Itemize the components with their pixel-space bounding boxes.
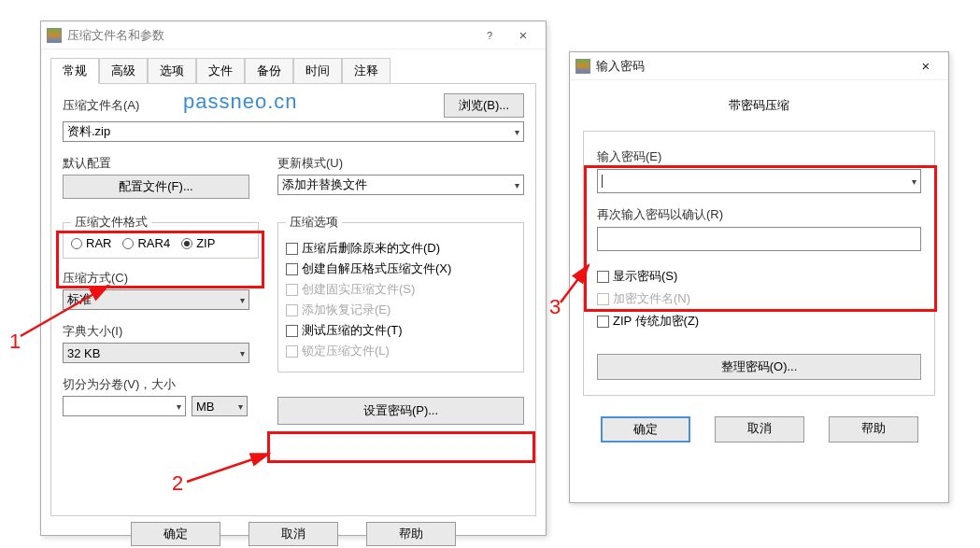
- opt-solid-checkbox: 创建固实压缩文件(S): [286, 281, 516, 298]
- opt-delete-checkbox[interactable]: 压缩后删除原来的文件(D): [286, 240, 516, 257]
- dict-label: 字典大小(I): [63, 323, 259, 340]
- profile-label: 默认配置: [63, 155, 259, 172]
- browse-button[interactable]: 浏览(B)...: [444, 93, 524, 118]
- chevron-down-icon: ▾: [240, 348, 245, 358]
- enter-password-input[interactable]: ▾: [597, 169, 921, 193]
- dict-select[interactable]: 32 KB ▾: [63, 343, 249, 363]
- close-button[interactable]: ×: [506, 24, 540, 47]
- update-mode-value: 添加并替换文件: [282, 176, 367, 193]
- opt-recovery-checkbox: 添加恢复记录(E): [286, 302, 516, 318]
- dialog-title: 压缩文件名和参数: [67, 27, 473, 44]
- method-select[interactable]: 标准 ▾: [63, 289, 249, 310]
- tab-files[interactable]: 文件: [196, 58, 245, 84]
- app-icon: [575, 59, 590, 74]
- titlebar: 输入密码 ×: [570, 52, 948, 80]
- enter-password-label: 输入密码(E): [597, 148, 921, 165]
- help-button[interactable]: 帮助: [829, 416, 918, 443]
- split-unit-select[interactable]: MB ▾: [192, 396, 248, 416]
- reenter-password-input[interactable]: [597, 227, 921, 251]
- update-mode-label: 更新模式(U): [277, 155, 524, 172]
- tab-time[interactable]: 时间: [293, 58, 342, 84]
- close-button[interactable]: ×: [909, 55, 943, 77]
- chevron-down-icon: ▾: [515, 180, 519, 190]
- opt-sfx-checkbox[interactable]: 创建自解压格式压缩文件(X): [286, 260, 516, 277]
- password-dialog: 输入密码 × 带密码压缩 输入密码(E) ▾ 再次输入密码以确认(R) 显示密码…: [569, 51, 949, 503]
- format-group: 压缩文件格式 RAR RAR4 ZIP: [63, 214, 259, 259]
- encrypt-names-checkbox: 加密文件名(N): [597, 290, 921, 307]
- chevron-down-icon: ▾: [912, 176, 916, 187]
- set-password-button[interactable]: 设置密码(P)...: [277, 397, 524, 425]
- opt-lock-checkbox: 锁定压缩文件(L): [286, 343, 516, 359]
- tab-options[interactable]: 选项: [148, 58, 196, 84]
- split-unit-value: MB: [196, 400, 215, 414]
- archive-name-input[interactable]: 资料.zip ▾: [63, 121, 524, 142]
- reenter-password-label: 再次输入密码以确认(R): [597, 206, 921, 223]
- dialog-title: 输入密码: [596, 58, 909, 75]
- app-icon: [47, 28, 62, 43]
- ok-button[interactable]: 确定: [131, 522, 220, 546]
- format-zip-radio[interactable]: ZIP: [181, 236, 215, 250]
- method-label: 压缩方式(C): [63, 270, 259, 287]
- text-cursor: [602, 175, 603, 188]
- chevron-down-icon: ▾: [177, 401, 181, 412]
- chevron-down-icon: ▾: [515, 127, 519, 137]
- update-mode-select[interactable]: 添加并替换文件 ▾: [277, 175, 524, 195]
- dialog-footer: 确定 取消 帮助: [570, 407, 948, 452]
- options-legend: 压缩选项: [286, 214, 342, 231]
- help-button[interactable]: ?: [473, 24, 506, 47]
- split-label: 切分为分卷(V)，大小: [63, 376, 259, 393]
- ok-button[interactable]: 确定: [601, 416, 690, 443]
- help-button[interactable]: 帮助: [366, 522, 456, 546]
- archive-params-dialog: 压缩文件名和参数 ? × 常规 高级 选项 文件 备份 时间 注释 压缩文件名(…: [40, 21, 547, 536]
- cancel-button[interactable]: 取消: [249, 522, 338, 546]
- tab-comment[interactable]: 注释: [342, 58, 391, 84]
- tab-strip: 常规 高级 选项 文件 备份 时间 注释: [50, 57, 536, 83]
- archive-name-value: 资料.zip: [67, 123, 110, 140]
- split-size-input[interactable]: ▾: [63, 396, 186, 416]
- tab-backup[interactable]: 备份: [245, 58, 293, 84]
- show-password-checkbox[interactable]: 显示密码(S): [597, 268, 921, 285]
- titlebar: 压缩文件名和参数 ? ×: [41, 21, 546, 49]
- format-legend: 压缩文件格式: [71, 214, 151, 231]
- password-group: 输入密码(E) ▾ 再次输入密码以确认(R) 显示密码(S) 加密文件名(N) …: [583, 131, 935, 396]
- format-rar-radio[interactable]: RAR: [71, 236, 111, 250]
- organize-passwords-button[interactable]: 整理密码(O)...: [597, 354, 921, 380]
- annotation-number-1: 1: [9, 330, 21, 354]
- tab-content: 压缩文件名(A) 浏览(B)... 资料.zip ▾ 默认配置 配置文件(F).…: [50, 83, 536, 516]
- dialog-body: 带密码压缩 输入密码(E) ▾ 再次输入密码以确认(R) 显示密码(S) 加密文…: [570, 80, 948, 407]
- zip-legacy-checkbox[interactable]: ZIP 传统加密(Z): [597, 313, 921, 330]
- password-heading: 带密码压缩: [583, 97, 935, 114]
- cancel-button[interactable]: 取消: [715, 416, 804, 443]
- opt-test-checkbox[interactable]: 测试压缩的文件(T): [286, 322, 516, 339]
- archive-name-label: 压缩文件名(A): [63, 97, 139, 114]
- format-rar4-radio[interactable]: RAR4: [122, 236, 170, 250]
- tab-advanced[interactable]: 高级: [99, 58, 148, 84]
- profile-button[interactable]: 配置文件(F)...: [63, 175, 249, 199]
- dialog-footer: 确定 取消 帮助: [41, 513, 546, 548]
- options-group: 压缩选项 压缩后删除原来的文件(D) 创建自解压格式压缩文件(X) 创建固实压缩…: [277, 214, 524, 372]
- annotation-number-3: 3: [549, 295, 561, 319]
- dict-value: 32 KB: [67, 346, 100, 360]
- tab-general[interactable]: 常规: [50, 58, 99, 84]
- chevron-down-icon: ▾: [238, 401, 243, 412]
- method-value: 标准: [67, 291, 92, 308]
- chevron-down-icon: ▾: [240, 295, 245, 305]
